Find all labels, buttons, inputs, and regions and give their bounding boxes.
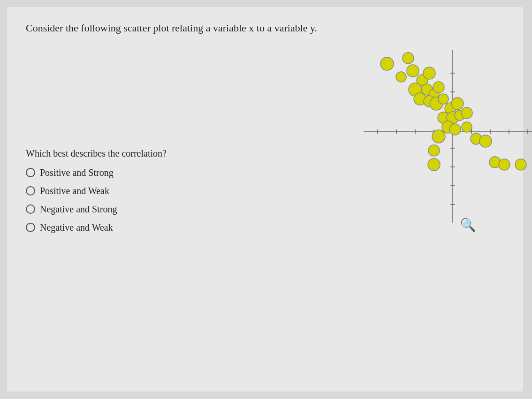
scatter-dot (499, 159, 510, 170)
scatter-dot (449, 124, 461, 135)
scatter-dot (403, 53, 414, 64)
scatter-plot-area: 🔍 (213, 45, 504, 247)
option-opt3[interactable]: Negative and Strong (26, 204, 204, 215)
content-area: Which best describes the correlation? Po… (26, 45, 504, 247)
radio-circle[interactable] (26, 168, 35, 177)
page: Consider the following scatter plot rela… (7, 7, 523, 391)
scatter-dot (451, 98, 464, 110)
option-label: Negative and Weak (40, 222, 113, 233)
scatter-dot (432, 130, 445, 143)
scatter-dot (423, 67, 435, 79)
option-opt1[interactable]: Positive and Strong (26, 167, 204, 178)
question-text: Consider the following scatter plot rela… (26, 21, 504, 36)
scatter-dot (433, 82, 444, 93)
scatter-dot (479, 135, 492, 147)
options-list: Positive and StrongPositive and WeakNega… (26, 167, 204, 233)
scatter-dot (515, 159, 526, 170)
option-opt4[interactable]: Negative and Weak (26, 222, 204, 233)
scatter-dot (428, 145, 440, 156)
option-label: Positive and Strong (40, 167, 114, 178)
magnifier-icon[interactable]: 🔍 (460, 217, 476, 233)
which-question: Which best describes the correlation? (26, 148, 204, 159)
scatter-dot (428, 158, 440, 171)
radio-circle[interactable] (26, 223, 35, 232)
scatter-dot (461, 107, 472, 119)
scatter-dot (438, 94, 448, 104)
scatter-dots (213, 45, 532, 247)
radio-circle[interactable] (26, 204, 35, 214)
scatter-dot (462, 122, 472, 132)
scatter-dot (407, 65, 419, 77)
scatter-dot (380, 57, 394, 70)
left-panel: Which best describes the correlation? Po… (26, 45, 204, 233)
option-label: Positive and Weak (40, 186, 109, 196)
scatter-dot (396, 72, 406, 82)
radio-circle[interactable] (26, 186, 35, 196)
option-label: Negative and Strong (40, 204, 117, 215)
option-opt2[interactable]: Positive and Weak (26, 186, 204, 196)
